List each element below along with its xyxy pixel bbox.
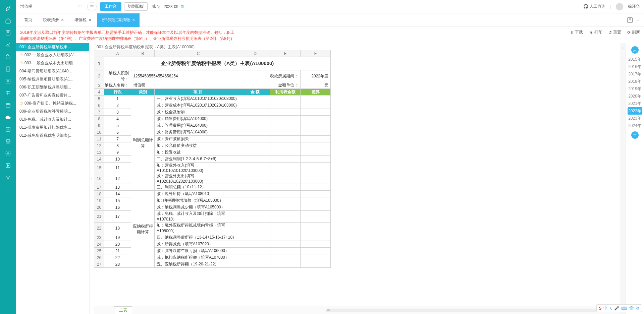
nav-doc-icon[interactable] — [0, 63, 16, 75]
amount-cell[interactable] — [240, 136, 270, 142]
amount-cell[interactable] — [240, 234, 270, 241]
nav-export-icon[interactable] — [0, 123, 16, 135]
amount-cell[interactable] — [240, 197, 270, 204]
ime-toolbar[interactable]: S 中 •,🎤⌨👕⚙ — [596, 304, 642, 312]
nav-calendar-icon[interactable] — [0, 99, 16, 111]
logo-icon[interactable] — [0, 3, 16, 15]
menu-circle-icon[interactable] — [87, 2, 97, 11]
amount-cell[interactable] — [301, 116, 331, 122]
amount-cell[interactable] — [240, 142, 270, 149]
amount-cell[interactable] — [301, 129, 331, 136]
avatar[interactable] — [616, 3, 623, 10]
amount-cell[interactable] — [270, 122, 301, 129]
refresh-button[interactable]: ⟳ 刷新 — [627, 29, 640, 35]
sidebar-item[interactable]: 001-企业所得税年度纳税申... — [16, 43, 89, 51]
amount-cell[interactable] — [240, 248, 270, 254]
sheet-tab-main[interactable]: 主表 — [114, 306, 132, 314]
nav-tax-icon[interactable] — [0, 87, 16, 99]
amount-cell[interactable] — [240, 122, 270, 129]
nav-bag-icon[interactable] — [0, 51, 16, 63]
amount-cell[interactable] — [270, 254, 301, 261]
amount-cell[interactable] — [240, 129, 270, 136]
nav-v-icon[interactable] — [0, 172, 16, 184]
amount-cell[interactable] — [270, 211, 301, 223]
amount-cell[interactable] — [240, 156, 270, 163]
amount-cell[interactable] — [301, 261, 331, 268]
amount-cell[interactable] — [301, 204, 331, 211]
sidebar-item[interactable]: ⏱008-资产折旧、摊销及纳税... — [16, 99, 89, 107]
year-button[interactable]: 2020年 — [628, 92, 642, 100]
amount-cell[interactable] — [240, 223, 270, 234]
amount-cell[interactable] — [301, 142, 331, 149]
amount-cell[interactable] — [270, 248, 301, 254]
amount-cell[interactable] — [301, 156, 331, 163]
amount-cell[interactable] — [301, 241, 331, 248]
sidebar-item[interactable]: 005-纳税调整项目明细表(A1... — [16, 75, 89, 83]
sidebar-item[interactable]: 006-职工薪酬纳税调整明细... — [16, 83, 89, 91]
amount-cell[interactable] — [240, 254, 270, 261]
amount-cell[interactable] — [270, 241, 301, 248]
nav-chart-icon[interactable] — [0, 39, 16, 51]
amount-cell[interactable] — [301, 223, 331, 234]
amount-cell[interactable] — [240, 241, 270, 248]
sidebar-item[interactable]: 011-研发费用加计扣除优惠... — [16, 123, 89, 131]
amount-cell[interactable] — [270, 223, 301, 234]
spreadsheet[interactable]: ABCDEF1企业所得税年度纳税申报表（A类）主表(A100000)2纳税人识别… — [94, 50, 621, 306]
tab-tax-list[interactable]: 税表清册✕ — [38, 13, 68, 27]
year-button[interactable]: 2019年 — [628, 85, 642, 92]
amount-cell[interactable] — [301, 96, 331, 102]
consult-link[interactable]: 🎧 人工咨询 — [583, 4, 605, 9]
org-dropdown[interactable]: 增值税 ﹀ — [20, 4, 84, 9]
amount-cell[interactable] — [240, 102, 270, 109]
scroll-up-icon[interactable]: ︽ — [631, 46, 639, 54]
amount-cell[interactable] — [240, 191, 270, 197]
sidebar-item[interactable]: 012-减免所得税优惠明细表(... — [16, 131, 89, 139]
amount-cell[interactable] — [301, 136, 331, 142]
amount-cell[interactable] — [301, 173, 331, 184]
amount-cell[interactable] — [270, 102, 301, 109]
tab-income-tax[interactable]: 所得税汇算清缴✕ — [97, 13, 140, 27]
print-button[interactable]: 🖨 打印 — [589, 29, 602, 35]
amount-cell[interactable] — [301, 149, 331, 156]
amount-cell[interactable] — [301, 191, 331, 197]
close-icon[interactable]: ✕ — [61, 18, 64, 22]
amount-cell[interactable] — [301, 254, 331, 261]
year-button[interactable]: 2017年 — [628, 70, 642, 78]
sidebar-item[interactable]: 010-免税、减计收入及加计... — [16, 115, 89, 123]
nav-book-icon[interactable] — [0, 27, 16, 39]
amount-cell[interactable] — [270, 129, 301, 136]
year-button[interactable]: 2016年 — [628, 63, 642, 70]
amount-cell[interactable] — [240, 204, 270, 211]
period-value[interactable]: 2023-09 — [164, 4, 178, 9]
amount-cell[interactable] — [301, 197, 331, 204]
amount-cell[interactable] — [240, 173, 270, 184]
amount-cell[interactable] — [270, 234, 301, 241]
amount-cell[interactable] — [301, 211, 331, 223]
reset-button[interactable]: ↺ 重置 — [608, 29, 621, 35]
amount-cell[interactable] — [270, 96, 301, 102]
amount-cell[interactable] — [270, 136, 301, 142]
tab-vat[interactable]: 增值税✕ — [70, 13, 96, 27]
year-button[interactable]: 2024年 — [628, 122, 642, 129]
close-icon[interactable]: ✕ — [132, 18, 135, 22]
amount-cell[interactable] — [240, 211, 270, 223]
amount-cell[interactable] — [270, 204, 301, 211]
amount-cell[interactable] — [270, 173, 301, 184]
amount-cell[interactable] — [240, 116, 270, 122]
amount-cell[interactable] — [240, 109, 270, 116]
amount-cell[interactable] — [240, 261, 270, 268]
sidebar-item[interactable]: ⏱002-一般企业收入明细表(A1... — [16, 51, 89, 59]
amount-cell[interactable] — [301, 234, 331, 241]
amount-cell[interactable] — [270, 156, 301, 163]
nav-inbox-icon[interactable] — [0, 135, 16, 147]
sidebar-item[interactable]: 007-广告费和业务宣传费跨... — [16, 91, 89, 99]
sidebar-item[interactable]: 009-企业所得税弥补亏损明... — [16, 107, 89, 115]
download-button[interactable]: ⬇ 下载 — [570, 29, 583, 35]
year-button[interactable]: 2015年 — [628, 56, 642, 63]
year-button[interactable]: 2018年 — [628, 78, 642, 85]
amount-cell[interactable] — [270, 149, 301, 156]
close-icon[interactable]: ✕ — [89, 18, 91, 22]
amount-cell[interactable] — [270, 184, 301, 191]
amount-cell[interactable] — [270, 163, 301, 173]
year-button[interactable]: 2022年 — [628, 107, 642, 115]
